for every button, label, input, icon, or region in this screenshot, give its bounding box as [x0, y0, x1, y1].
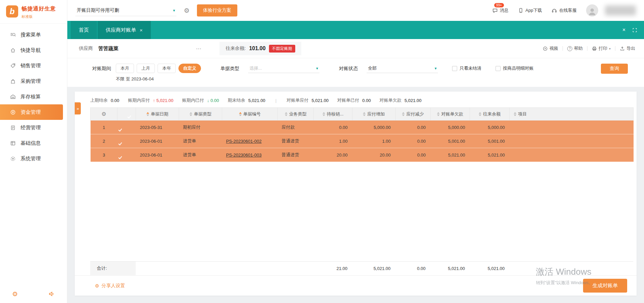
doc-type-select[interactable]: 选择... ▾	[248, 64, 319, 73]
edition-badge: 标准版	[22, 14, 56, 19]
sidebar-footer: ⚙	[0, 285, 67, 303]
table-row[interactable]: 1 2023-05-31 期初应付 应付款 0.00 5,000.00 0.00…	[91, 121, 634, 134]
col-decrease[interactable]: 应付减少	[396, 108, 431, 121]
cell-pending: 20.00	[314, 148, 352, 162]
share-settings-button[interactable]: ⚙ 分享人设置	[95, 283, 125, 289]
col-doc-no[interactable]: 单据编号	[222, 108, 278, 121]
col-project[interactable]: 项目	[510, 108, 634, 121]
table-row[interactable]: 2 2023-06-01 进货单 PS-20230601-002 普通进货 1.…	[91, 134, 634, 148]
sort-icon[interactable]	[146, 112, 149, 116]
closing-balance-value: 5,021.00	[248, 98, 265, 103]
cell-doc-type: 进货单	[179, 134, 222, 148]
cell-owed: 5,021.00	[431, 148, 470, 162]
cell-doc-type: 期初应付	[179, 121, 222, 134]
close-tab-icon[interactable]: ×	[140, 27, 143, 33]
cell-balance: 5,021.00	[470, 148, 510, 162]
col-biz-type[interactable]: 业务类型	[278, 108, 314, 121]
stmt-owed-label: 对账单欠款	[379, 97, 401, 103]
sidebar-item-operations[interactable]: 经营管理	[0, 120, 67, 135]
by-product-checkbox[interactable]: 按商品明细对账	[496, 64, 534, 73]
sort-icon[interactable]	[323, 112, 325, 116]
sidebar-item-funds[interactable]: 资金管理	[0, 104, 63, 120]
more-options-icon[interactable]: ⋯	[196, 45, 202, 52]
sort-icon[interactable]	[514, 112, 516, 116]
sidebar-menu: 搜索菜单 快捷导航 销售管理 采购管理	[0, 24, 67, 166]
sidebar-item-purchasing[interactable]: 采购管理	[0, 73, 67, 89]
period-custom-button[interactable]: 自定义	[178, 64, 201, 73]
col-balance[interactable]: 往来余额	[470, 108, 510, 121]
gear-icon[interactable]: ⚙	[184, 7, 190, 14]
doc-number-link[interactable]: PS-20230601-002	[226, 139, 262, 144]
expand-panel-button[interactable]: »	[75, 102, 81, 114]
tab-home[interactable]: 首页	[71, 21, 97, 39]
status-select[interactable]: 全部 ▾	[367, 64, 438, 73]
messages-button[interactable]: 99+ 消息	[492, 7, 509, 13]
print-button[interactable]: 打印 ▾	[592, 45, 611, 52]
totals-decrease: 0.00	[395, 262, 430, 275]
question-icon: ?	[567, 46, 572, 51]
row-number: 3	[91, 148, 117, 162]
cell-owed: 5,001.00	[431, 134, 470, 148]
cell-doc-type: 进货单	[179, 148, 222, 162]
col-doc-type[interactable]: 单据类型	[179, 108, 222, 121]
sort-icon[interactable]	[363, 112, 366, 116]
col-increase[interactable]: 应付增加	[352, 108, 396, 121]
cell-doc-date: 2023-06-01	[136, 134, 179, 148]
cell-doc-date: 2023-06-01	[136, 148, 179, 162]
sort-icon[interactable]	[402, 112, 405, 116]
sidebar-item-system[interactable]: 系统管理	[0, 151, 67, 166]
system-icon	[10, 156, 16, 162]
col-pending[interactable]: 待核销...	[314, 108, 352, 121]
sort-icon[interactable]	[239, 112, 242, 116]
online-service-button[interactable]: 在线客服	[551, 7, 577, 13]
tab-supplier-statement[interactable]: 供应商对账单 ×	[98, 21, 151, 39]
generate-statement-button[interactable]: 生成对账单	[583, 279, 627, 293]
sidebar-item-sales[interactable]: 销售管理	[0, 58, 67, 73]
fullscreen-icon[interactable]	[632, 28, 637, 33]
sidebar-item-quick-nav[interactable]: 快捷导航	[0, 42, 67, 58]
sidebar-item-search-menu[interactable]: 搜索菜单	[0, 27, 67, 42]
search-button[interactable]: 查询	[601, 64, 628, 74]
table-row[interactable]: 3 2023-06-01 进货单 PS-20230601-003 普通进货 20…	[91, 148, 634, 162]
settings-gear-icon[interactable]: ⚙	[12, 290, 18, 298]
collapse-sidebar-icon[interactable]	[48, 291, 55, 297]
video-link[interactable]: 视频	[543, 45, 558, 52]
help-link[interactable]: ? 帮助	[567, 45, 583, 52]
doc-type-group: 单据类型 选择... ▾	[221, 64, 319, 73]
table-icon	[10, 140, 16, 146]
period-this-year-button[interactable]: 本年	[158, 64, 176, 73]
stmt-paid-value: 0.00	[362, 98, 371, 103]
export-button[interactable]: 导出	[620, 45, 635, 52]
col-owed[interactable]: 对账单欠款	[431, 108, 470, 121]
avatar[interactable]	[586, 4, 598, 16]
sort-icon[interactable]	[190, 112, 192, 116]
sidebar-item-label: 搜索菜单	[21, 32, 41, 38]
period-range-text[interactable]: 不限 至 2023-06-04	[116, 76, 201, 82]
experience-plan-button[interactable]: 体验行业方案	[197, 4, 237, 16]
unsettled-checkbox[interactable]: 只看未结清	[452, 64, 481, 73]
sort-icon[interactable]	[437, 112, 440, 116]
tab-supplier-statement-label: 供应商对账单	[106, 27, 136, 33]
period-this-month-button[interactable]: 本月	[116, 64, 134, 73]
app-download-button[interactable]: App下载	[518, 7, 542, 13]
sort-icon[interactable]	[285, 112, 287, 116]
sort-icon[interactable]	[479, 112, 481, 116]
cell-pending: 0.00	[314, 121, 352, 134]
sidebar-item-base-info[interactable]: 基础信息	[0, 135, 67, 151]
cell-doc-no	[222, 121, 278, 134]
chevron-down-icon: ▾	[435, 66, 437, 71]
doc-number-link[interactable]: PS-20230601-003	[226, 153, 262, 158]
period-last-month-button[interactable]: 上月	[137, 64, 155, 73]
column-settings-icon[interactable]: ⚙	[101, 111, 106, 117]
cell-pending: 1.00	[314, 134, 352, 148]
col-doc-date[interactable]: 单据日期	[136, 108, 179, 121]
balance-box: 往来余额: 101.00 不固定账期	[219, 42, 301, 55]
supplier-name[interactable]: 苦苦蔬菜	[98, 45, 118, 52]
sidebar-item-inventory[interactable]: 库存核算	[0, 89, 67, 104]
statement-table: ⚙ 单据日期 单据类型 单据编号 业务类型 待核销... 应付增加 应付减少 对…	[90, 107, 634, 162]
account-period-select[interactable]: 开账日期可停用可删 ▾	[75, 5, 176, 16]
page-action-links: 视频 ? 帮助 打印 ▾	[543, 45, 635, 52]
close-icon[interactable]: ×	[622, 27, 625, 33]
cell-project	[510, 134, 634, 148]
totals-label: 合计:	[90, 262, 136, 275]
